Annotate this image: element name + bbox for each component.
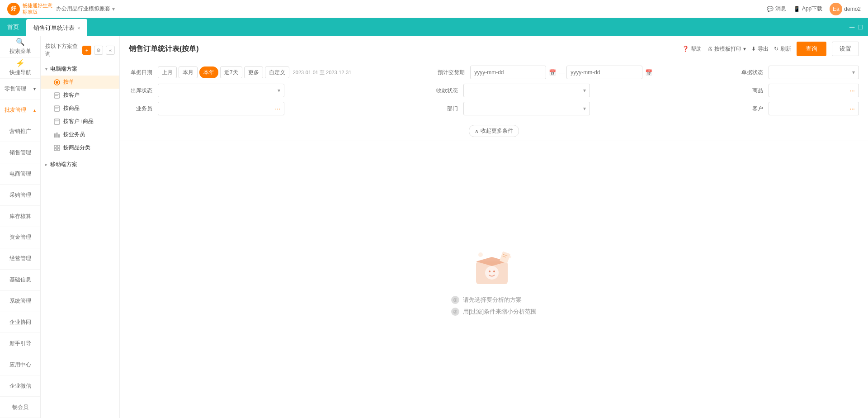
date-separator: — bbox=[559, 69, 565, 76]
settings-scheme-button[interactable]: ⚙ bbox=[94, 46, 103, 55]
tip-num-2: ② bbox=[451, 308, 459, 316]
sidebar-item-new-guide[interactable]: 新手引导 bbox=[0, 333, 40, 354]
print-icon: 🖨 bbox=[707, 46, 712, 52]
sidebar-item-search-menu[interactable]: 🔍 搜索菜单 bbox=[0, 36, 40, 57]
filter-row-2: 出库状态 ▾ 收款状态 ▾ 商品 bbox=[129, 84, 859, 97]
refresh-icon: ↻ bbox=[774, 46, 778, 52]
app-download-button[interactable]: 📱 App下载 bbox=[793, 5, 822, 13]
tree-child-label-by-product-category: 按商品分类 bbox=[63, 144, 90, 152]
status-select[interactable]: ▾ bbox=[769, 66, 859, 79]
message-button[interactable]: 💬 消息 bbox=[767, 5, 786, 13]
sidebar-item-inventory[interactable]: 库存核算 bbox=[0, 206, 40, 227]
export-button[interactable]: ⬇ 导出 bbox=[751, 45, 769, 53]
sidebar-item-label-quick-nav: 快捷导航 bbox=[9, 69, 31, 76]
salesperson-more-icon[interactable]: ··· bbox=[275, 105, 280, 112]
refresh-button[interactable]: ↻ 刷新 bbox=[774, 45, 791, 53]
logo-area: 好 畅捷通好生意 标准版 bbox=[7, 3, 52, 15]
date-btn-last-month[interactable]: 上月 bbox=[158, 66, 177, 78]
sidebar-item-retail[interactable]: 零售管理 ▾ bbox=[0, 79, 40, 100]
tree-child-by-salesperson[interactable]: 按业务员 bbox=[41, 128, 119, 141]
sidebar-item-enterprise[interactable]: 企业协同 bbox=[0, 312, 40, 333]
department-select[interactable]: ▾ bbox=[463, 102, 590, 115]
date-btn-custom[interactable]: 自定义 bbox=[265, 66, 289, 78]
sidebar-item-wholesale[interactable]: 批发管理 ▴ bbox=[0, 100, 40, 121]
sidebar-item-ecommerce[interactable]: 电商管理 bbox=[0, 163, 40, 185]
export-label: 导出 bbox=[758, 45, 769, 53]
collapse-button[interactable]: ∧ 收起更多条件 bbox=[469, 125, 519, 137]
goods-more-icon[interactable]: ··· bbox=[849, 87, 855, 94]
sidebar-item-member[interactable]: 畅会员 bbox=[0, 397, 40, 418]
salesperson-select[interactable]: ··· bbox=[158, 102, 284, 115]
sidebar-item-operations[interactable]: 经营管理 bbox=[0, 248, 40, 270]
payment-label: 收款状态 bbox=[434, 87, 458, 95]
sidebar-item-label-purchase: 采购管理 bbox=[9, 191, 31, 199]
sidebar-item-finance[interactable]: 资金管理 bbox=[0, 227, 40, 248]
date-btn-this-month[interactable]: 本月 bbox=[179, 66, 198, 78]
sidebar-item-system[interactable]: 系统管理 bbox=[0, 291, 40, 312]
filter-area: 单据日期 上月 本月 本年 近7天 更多 自定义 2023-01-01 至 20… bbox=[120, 60, 868, 121]
sidebar-item-quick-nav[interactable]: ⚡ 快捷导航 bbox=[0, 57, 40, 79]
sidebar-item-app-center[interactable]: 应用中心 bbox=[0, 354, 40, 375]
tree-child-by-customer-product[interactable]: 按客户+商品 bbox=[41, 115, 119, 128]
by-product-icon bbox=[53, 105, 61, 112]
tree-child-by-product-category[interactable]: 按商品分类 bbox=[41, 141, 119, 154]
app-icon: 📱 bbox=[793, 6, 800, 12]
calendar-icon-start[interactable]: 📅 bbox=[549, 69, 556, 76]
active-tab[interactable]: 销售订单统计表 × bbox=[26, 19, 87, 37]
sidebar-item-basic-info[interactable]: 基础信息 bbox=[0, 270, 40, 291]
help-button[interactable]: ❓ 帮助 bbox=[682, 45, 702, 53]
empty-tips: ① 请先选择要分析的方案 ② 用[过滤]条件来缩小分析范围 bbox=[451, 296, 537, 316]
date-btn-7days[interactable]: 近7天 bbox=[220, 66, 242, 78]
empty-tip-2: ② 用[过滤]条件来缩小分析范围 bbox=[451, 308, 537, 316]
tree-parent-pc[interactable]: ▾ 电脑端方案 bbox=[41, 62, 119, 76]
breadcrumb-label: 办公用品行业模拟账套 bbox=[56, 5, 110, 13]
delivery-select[interactable]: ▾ bbox=[158, 84, 284, 97]
tree-child-label-by-customer-product: 按客户+商品 bbox=[63, 118, 94, 125]
close-tab-icon[interactable]: × bbox=[77, 25, 80, 31]
print-button[interactable]: 🖨 按模板打印 ▾ bbox=[707, 45, 746, 53]
tree-child-by-order[interactable]: 按单 bbox=[41, 76, 119, 89]
by-product-category-icon bbox=[53, 144, 61, 152]
tab-minimize-icon[interactable]: ─ bbox=[849, 23, 854, 31]
collapse-panel-button[interactable]: « bbox=[106, 46, 115, 55]
calendar-icon-end[interactable]: 📅 bbox=[645, 69, 652, 76]
add-scheme-button[interactable]: + bbox=[82, 46, 91, 55]
setting-button[interactable]: 设置 bbox=[832, 42, 859, 56]
collapse-btn-label: 收起更多条件 bbox=[481, 127, 513, 135]
salesperson-label: 业务员 bbox=[129, 105, 152, 113]
home-tab-label: 首页 bbox=[7, 23, 19, 31]
breadcrumb-area: 办公用品行业模拟账套 ▾ bbox=[56, 5, 115, 13]
payment-select[interactable]: ▾ bbox=[463, 84, 590, 97]
expected-date-end-input[interactable] bbox=[566, 66, 642, 79]
customer-more-icon[interactable]: ··· bbox=[849, 105, 855, 112]
tree-parent-mobile[interactable]: ▸ 移动端方案 bbox=[41, 158, 119, 171]
goods-select[interactable]: ··· bbox=[769, 84, 859, 97]
home-tab[interactable]: 首页 bbox=[0, 18, 26, 36]
expected-date-start-input[interactable] bbox=[470, 66, 546, 79]
tree-child-by-customer[interactable]: 按客户 bbox=[41, 89, 119, 102]
date-btn-this-year[interactable]: 本年 bbox=[199, 66, 218, 78]
export-icon: ⬇ bbox=[751, 46, 756, 52]
customer-select[interactable]: ··· bbox=[769, 102, 859, 115]
sidebar-item-marketing[interactable]: 营销推广 bbox=[0, 121, 40, 142]
tab-maximize-icon[interactable]: □ bbox=[858, 23, 863, 31]
tree-expand-arrow-icon: ▾ bbox=[45, 66, 47, 71]
date-buttons-group: 上月 本月 本年 近7天 更多 自定义 2023-01-01 至 2023-12… bbox=[158, 66, 351, 78]
left-panel-tools: + ⚙ « bbox=[82, 46, 115, 55]
sidebar-item-purchase[interactable]: 采购管理 bbox=[0, 185, 40, 206]
retail-arrow-icon: ▾ bbox=[33, 86, 36, 91]
status-label: 单据状态 bbox=[740, 69, 763, 76]
date-btn-more[interactable]: 更多 bbox=[244, 66, 263, 78]
sidebar: 🔍 搜索菜单 ⚡ 快捷导航 零售管理 ▾ 批发管理 ▴ 营销推广 销售管理 电商… bbox=[0, 36, 41, 418]
filter-row-3: 业务员 ··· 部门 ▾ 客户 bbox=[129, 102, 859, 115]
sidebar-item-label-app-center: 应用中心 bbox=[9, 361, 31, 369]
sidebar-item-enterprise-wechat[interactable]: 企业微信 bbox=[0, 375, 40, 397]
tree-child-by-product[interactable]: 按商品 bbox=[41, 102, 119, 115]
breadcrumb-arrow-icon[interactable]: ▾ bbox=[112, 6, 115, 12]
sidebar-item-sales[interactable]: 销售管理 bbox=[0, 142, 40, 163]
user-area[interactable]: Ea demo2 bbox=[830, 3, 861, 15]
query-button[interactable]: 查询 bbox=[797, 42, 826, 56]
empty-tip-1-label: 请先选择要分析的方案 bbox=[463, 296, 522, 304]
print-label: 按模板打印 bbox=[714, 45, 741, 53]
empty-tip-1: ① 请先选择要分析的方案 bbox=[451, 296, 537, 304]
